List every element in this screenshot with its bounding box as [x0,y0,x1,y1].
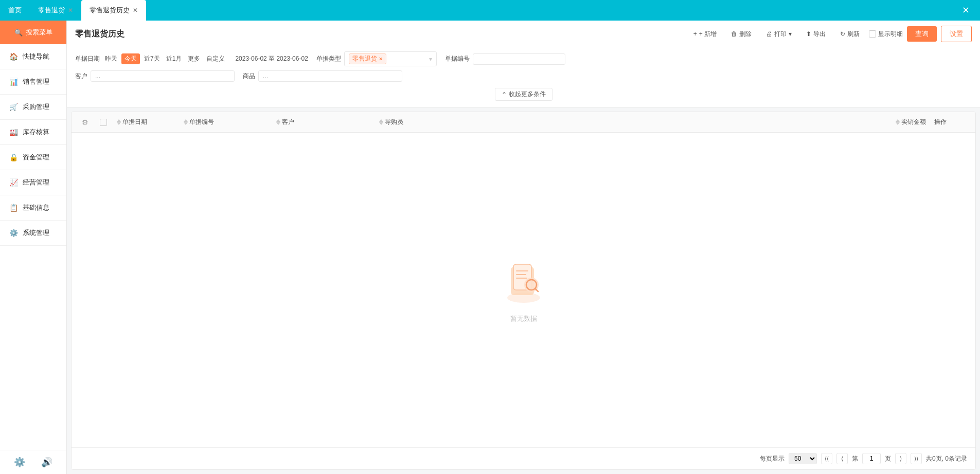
page-last-button[interactable]: ⟩⟩ [911,453,922,464]
purchase-mgmt-icon: 🛒 [8,102,19,112]
date-opt-custom[interactable]: 自定义 [204,53,227,64]
page-next-button[interactable]: ⟩ [895,453,906,464]
tab-home[interactable]: 首页 [0,0,30,21]
sidebar-bottom: ⚙️ 🔊 [0,450,66,474]
export-button[interactable]: ⬆ 导出 [801,27,831,41]
filter-row-2: 客户 ... 商品 ... [75,70,972,82]
tab-retail-return[interactable]: 零售退货 ✕ [30,0,81,21]
sidebar-search[interactable]: 🔍 搜索菜单 [0,21,66,44]
sidebar-item-quick-nav[interactable]: 🏠 快捷导航 [0,44,66,69]
th-action-label: 操作 [934,118,947,126]
page-title: 零售退货历史 [75,29,124,40]
collapse-button[interactable]: ⌃ 收起更多条件 [495,88,553,101]
collapse-icon: ⌃ [502,91,507,98]
sidebar-item-basic-info[interactable]: 📋 基础信息 [0,195,66,221]
type-filter: 单据类型 零售退货 ✕ ▾ [316,51,437,66]
settings-button[interactable]: 设置 [941,26,972,42]
per-page-label: 每页显示 [760,454,785,463]
type-tag-close[interactable]: ✕ [379,56,383,62]
date-opt-more[interactable]: 更多 [186,53,202,64]
amount-sort-icon[interactable] [896,119,900,125]
sidebar: 🔍 搜索菜单 🏠 快捷导航 📊 销售管理 🛒 采购管理 🏭 库存核算 🔒 资金管… [0,21,67,474]
display-switch[interactable]: 显示明细 [869,30,903,39]
finance-icon: 🔒 [8,152,19,162]
page-input[interactable] [862,453,881,464]
add-icon: + [693,30,697,38]
tab-retail-return-history[interactable]: 零售退货历史 ✕ [81,0,146,21]
search-icon: 🔍 [14,29,23,37]
date-range-item: 2023-06-02 至 2023-06-02 [235,54,308,63]
date-opt-yesterday[interactable]: 昨天 [103,53,119,64]
system-mgmt-icon: ⚙️ [8,228,19,238]
tab-retail-return-history-label: 零售退货历史 [90,6,130,15]
export-label: 导出 [813,30,826,39]
sidebar-settings-icon[interactable]: ⚙️ [14,457,25,468]
refresh-icon: ↻ [840,30,845,38]
tab-retail-return-close[interactable]: ✕ [68,7,73,14]
sidebar-item-purchase-mgmt[interactable]: 🛒 采购管理 [0,95,66,120]
sidebar-item-system-mgmt[interactable]: ⚙️ 系统管理 [0,221,66,246]
sidebar-audio-icon[interactable]: 🔊 [41,457,52,468]
date-opt-7days[interactable]: 近7天 [142,53,162,64]
main-layout: 🔍 搜索菜单 🏠 快捷导航 📊 销售管理 🛒 采购管理 🏭 库存核算 🔒 资金管… [0,21,980,474]
date-options: 昨天 今天 近7天 近1月 更多 自定义 [103,53,227,64]
display-switch-checkbox[interactable] [869,30,876,38]
delete-icon: 🗑 [731,30,737,38]
page-first-button[interactable]: ⟨⟨ [821,453,832,464]
print-dropdown-icon: ▾ [789,30,792,38]
sidebar-item-finance[interactable]: 🔒 资金管理 [0,145,66,170]
sales-mgmt-icon: 📊 [8,77,19,87]
type-filter-label: 单据类型 [316,54,341,63]
page-title-row: 零售退货历史 + + 新增 🗑 删除 🖨 打印 ▾ [75,26,972,42]
table-area: ⚙ 单据日期 单据编号 [71,112,976,470]
sidebar-item-operations[interactable]: 📈 经营管理 [0,170,66,195]
number-sort-icon[interactable] [184,119,188,125]
sidebar-item-system-mgmt-label: 系统管理 [23,228,49,238]
sidebar-item-sales-mgmt[interactable]: 📊 销售管理 [0,69,66,95]
goods-select[interactable]: ... [258,70,402,82]
th-customer-label: 客户 [282,118,294,126]
sidebar-item-purchase-mgmt-label: 采购管理 [23,102,49,112]
delete-button[interactable]: 🗑 删除 [726,27,757,41]
top-bar-right: ✕ [958,5,974,16]
date-filter-label: 单据日期 [75,54,100,63]
th-amount-label: 实销金额 [901,118,926,126]
filter-area: 单据日期 昨天 今天 近7天 近1月 更多 自定义 2023-06-02 至 2… [75,47,972,107]
table-select-all-checkbox[interactable] [94,119,113,126]
date-filter: 单据日期 昨天 今天 近7天 近1月 更多 自定义 [75,53,227,64]
inventory-icon: 🏭 [8,127,19,137]
refresh-button[interactable]: ↻ 刷新 [835,27,865,41]
number-input[interactable] [473,53,565,65]
customer-filter: 客户 ... [75,70,235,82]
th-number-label: 单据编号 [189,118,214,126]
page-prev-button[interactable]: ⟨ [836,453,848,464]
print-icon: 🖨 [766,30,772,38]
th-number: 单据编号 [180,118,272,126]
table-settings-icon[interactable]: ⚙ [76,118,94,126]
print-button[interactable]: 🖨 打印 ▾ [761,27,797,41]
number-filter-label: 单据编号 [445,54,470,63]
type-select[interactable]: 零售退货 ✕ ▾ [344,51,437,66]
per-page-select[interactable]: 50 10 20 100 [789,453,817,464]
customer-sort-icon[interactable] [276,119,280,125]
date-sort-icon[interactable] [117,119,121,125]
date-opt-1month[interactable]: 近1月 [164,53,184,64]
add-button[interactable]: + + 新增 [688,27,722,41]
delete-label: 删除 [739,30,752,39]
date-opt-today[interactable]: 今天 [121,53,140,64]
number-filter: 单据编号 [445,53,565,65]
query-button[interactable]: 查询 [907,26,937,42]
goods-filter-label: 商品 [243,72,255,81]
guide-sort-icon[interactable] [379,119,383,125]
filter-row-1: 单据日期 昨天 今天 近7天 近1月 更多 自定义 2023-06-02 至 2… [75,51,972,66]
th-date: 单据日期 [113,118,180,126]
goods-filter: 商品 ... [243,70,402,82]
basic-info-icon: 📋 [8,203,19,213]
sidebar-item-quick-nav-label: 快捷导航 [23,52,49,61]
window-close-button[interactable]: ✕ [958,5,974,16]
sidebar-item-inventory[interactable]: 🏭 库存核算 [0,120,66,145]
page-header: 零售退货历史 + + 新增 🗑 删除 🖨 打印 ▾ [67,21,980,107]
customer-select[interactable]: ... [91,70,235,82]
tab-retail-return-history-close[interactable]: ✕ [133,7,138,14]
th-guide-label: 导购员 [385,118,403,126]
